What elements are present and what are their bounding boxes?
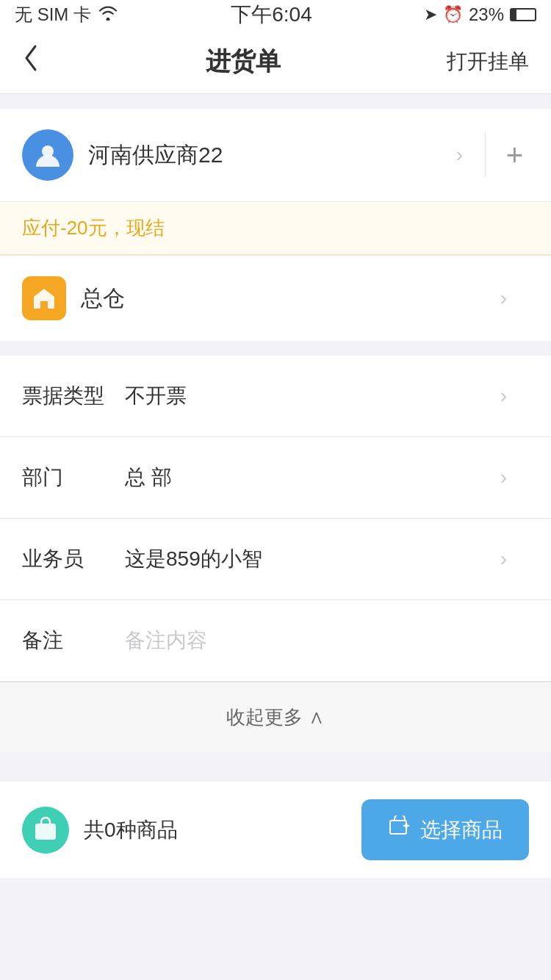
select-btn-label: 选择商品 — [420, 816, 503, 844]
supplier-chevron-icon: › — [456, 143, 463, 167]
remark-label: 备注 — [22, 627, 110, 655]
products-icon — [22, 807, 69, 854]
supplier-name: 河南供应商22 — [88, 140, 456, 170]
back-button[interactable] — [22, 43, 40, 79]
warehouse-name: 总仓 — [81, 284, 500, 314]
supplier-section: 河南供应商22 › + 应付-20元，现结 总仓 › — [0, 109, 551, 341]
status-right: ➤ ⏰ 23% — [424, 4, 536, 25]
products-count: 共0种商品 — [84, 816, 347, 844]
wifi-icon — [97, 4, 119, 25]
select-products-button[interactable]: 选择商品 — [361, 799, 529, 860]
battery-icon — [510, 8, 536, 21]
collapse-label: 收起更多 ∧ — [226, 705, 324, 730]
form-row-department[interactable]: 部门 总 部 › — [0, 437, 551, 519]
svg-rect-1 — [40, 301, 48, 309]
form-section: 票据类型 不开票 › 部门 总 部 › 业务员 这是859的小智 › 备注 备注… — [0, 356, 551, 752]
background-fill — [0, 878, 551, 980]
section-gap-1 — [0, 94, 551, 109]
warehouse-row[interactable]: 总仓 › — [0, 255, 551, 341]
department-chevron-icon: › — [500, 466, 507, 489]
open-pending-button[interactable]: 打开挂单 — [447, 48, 529, 76]
warehouse-chevron-icon: › — [500, 287, 507, 310]
status-bar: 无 SIM 卡 下午6:04 ➤ ⏰ 23% — [0, 0, 551, 29]
form-row-salesperson[interactable]: 业务员 这是859的小智 › — [0, 519, 551, 600]
bottom-bar: 共0种商品 选择商品 — [0, 782, 551, 878]
battery-text: 23% — [469, 4, 504, 25]
page-title: 进货单 — [206, 45, 281, 79]
supplier-add-button[interactable]: + — [485, 133, 529, 177]
salesperson-chevron-icon: › — [500, 547, 507, 571]
invoice-label: 票据类型 — [22, 382, 110, 410]
svg-rect-2 — [35, 824, 56, 840]
time-display: 下午6:04 — [231, 1, 312, 29]
svg-rect-3 — [390, 821, 406, 834]
invoice-value: 不开票 — [110, 382, 500, 410]
form-row-remark[interactable]: 备注 备注内容 — [0, 600, 551, 682]
remark-input[interactable]: 备注内容 — [110, 627, 529, 655]
notice-banner: 应付-20元，现结 — [0, 202, 551, 255]
supplier-row[interactable]: 河南供应商22 › + — [0, 109, 551, 202]
section-gap-2 — [0, 752, 551, 767]
collapse-row[interactable]: 收起更多 ∧ — [0, 682, 551, 752]
cart-icon — [388, 815, 411, 844]
nav-bar: 进货单 打开挂单 — [0, 29, 551, 94]
salesperson-value: 这是859的小智 — [110, 545, 500, 573]
warehouse-icon — [22, 276, 66, 320]
location-icon: ➤ — [424, 5, 437, 24]
supplier-avatar — [22, 129, 73, 181]
salesperson-label: 业务员 — [22, 545, 110, 573]
carrier-text: 无 SIM 卡 — [15, 3, 91, 26]
status-left: 无 SIM 卡 — [15, 3, 119, 26]
add-icon: + — [506, 139, 523, 172]
notice-text: 应付-20元，现结 — [22, 217, 165, 239]
department-label: 部门 — [22, 464, 110, 491]
alarm-icon: ⏰ — [443, 5, 463, 24]
department-value: 总 部 — [110, 464, 500, 491]
form-row-invoice[interactable]: 票据类型 不开票 › — [0, 356, 551, 437]
invoice-chevron-icon: › — [500, 384, 507, 408]
